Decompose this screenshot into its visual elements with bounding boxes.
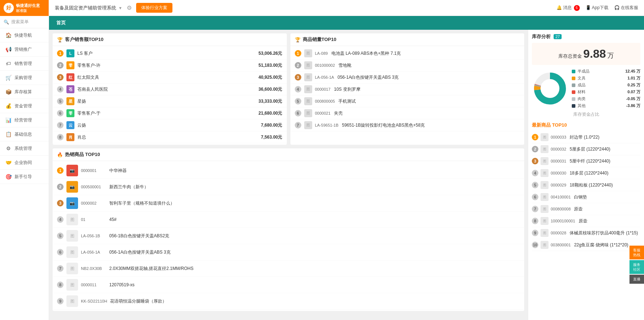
product-code: 0000001 xyxy=(81,168,106,173)
rank-num: 5 xyxy=(57,233,64,239)
nav-label-marketing: 营销推广 xyxy=(15,46,32,53)
try-industry-button[interactable]: 体验行业方案 xyxy=(136,3,172,13)
legend-color-dot xyxy=(572,77,575,80)
product-name: 手机测试 xyxy=(338,99,356,104)
logo-icon: 好 xyxy=(4,3,14,13)
product-name: 封边带 (1.0*22) xyxy=(570,135,599,140)
rank-num: 5 xyxy=(295,98,301,104)
product-name: 056-1A白色按键开关盖ABS 3克 xyxy=(338,75,399,80)
legend-value: 0.25 万 xyxy=(628,82,640,88)
system-title: 装备及固定资产辅助管理系统 ▼ xyxy=(55,5,122,11)
sidebar-item-marketing[interactable]: 📢营销推广 xyxy=(0,42,49,57)
sidebar-item-inventory[interactable]: 📦库存核算 xyxy=(0,85,49,99)
product-code: LA-056-1B xyxy=(81,234,106,238)
rank-num: 7 xyxy=(295,122,301,128)
product-thumb: 图 xyxy=(304,109,312,117)
inventory-total-value: 9.88 xyxy=(583,47,606,60)
service-hotline-button[interactable]: 客服 热线 xyxy=(629,246,644,259)
inventory-chart-note: 库存资金占比 xyxy=(532,111,640,118)
rank-num: 1 xyxy=(57,50,64,57)
service-community-button[interactable]: 服务 社区 xyxy=(629,260,644,274)
sidebar-item-finance[interactable]: 💰资金管理 xyxy=(0,99,49,113)
legend-item: 材料 0.07 万 xyxy=(572,89,640,95)
rank-num: 5 xyxy=(57,98,64,104)
product-name: 12070519-xs xyxy=(109,282,134,287)
product-info: 0000028 体械蔗枝味苏打饮品400毫升 (1*15) xyxy=(551,230,640,236)
customer-rank-list: 1 L LS 客户 53,006.26元 2 零 零售客户-许 51,183.0… xyxy=(53,46,287,145)
service-live-button[interactable]: 直播 xyxy=(629,275,644,284)
nav-icon-marketing: 📢 xyxy=(5,46,12,53)
sidebar-item-quick-nav[interactable]: 🏠快捷导航 xyxy=(0,28,49,42)
nav-icon-operation: 📊 xyxy=(5,117,12,123)
list-item: 4 图 0000030 18多层 (1220*2440) xyxy=(532,167,640,179)
product-info: 0000030 18多层 (1220*2440) xyxy=(551,170,640,176)
product-info: 004100001 白钢垫 xyxy=(551,194,640,200)
rank-num: 7 xyxy=(532,206,538,212)
legend-item: 成品 0.25 万 xyxy=(572,82,640,88)
product-code: LA-089 xyxy=(315,51,328,56)
product-name: 原壶 xyxy=(574,206,583,212)
product-thumbnail: 图 xyxy=(66,279,78,291)
product-thumb: 图 xyxy=(304,49,312,57)
product-info: 0000021 夹壳 xyxy=(315,110,520,116)
inventory-header: 库存分析 27 xyxy=(532,33,640,40)
legend-name: 其他 xyxy=(578,103,624,108)
nav-icon-collab: 🤝 xyxy=(5,159,12,166)
inventory-section: 库存分析 27 库存总资金 9.88 万 xyxy=(532,33,640,118)
product-name: 10S 变刹罗摩 xyxy=(334,87,360,92)
sidebar-item-operation[interactable]: 📊经营管理 xyxy=(0,113,49,127)
rank-num: 9 xyxy=(532,230,538,236)
product-name: 中华神器 xyxy=(109,168,127,174)
legend-item: 肉类 -0.05 万 xyxy=(572,96,640,102)
rank-num: 6 xyxy=(532,194,538,200)
product-thumbnail: 图 xyxy=(66,246,78,258)
customer-value: 7,680.00元 xyxy=(261,122,282,128)
product-code: 0000032 xyxy=(551,147,566,151)
online-service-area[interactable]: 🎧 在线客服 xyxy=(614,5,638,11)
nav-icon-finance: 💰 xyxy=(5,103,12,109)
sidebar-item-sales[interactable]: 🏷销售管理 xyxy=(0,57,49,71)
product-thumbnail: 图 xyxy=(541,181,549,189)
product-thumb: 图 xyxy=(304,61,312,69)
product-code: LA-056-1A xyxy=(315,75,334,79)
sidebar-item-purchase[interactable]: 🛒采购管理 xyxy=(0,71,49,85)
app-download-area[interactable]: 📱 App下载 xyxy=(586,5,608,11)
table-row: 3 图 LA-056-1A 056-1A白色按键开关盖ABS 3克 xyxy=(290,71,525,83)
table-row: 5 星 星扬 33,333.00元 xyxy=(53,95,287,107)
product-rank-box: 🏆 商品销量TOP10 1 图 LA-089 电池盖 LA-089 ABS本色+… xyxy=(290,33,525,145)
legend-color-dot xyxy=(572,104,575,108)
sidebar-item-collab[interactable]: 🤝企业协同 xyxy=(0,156,49,170)
product-info: 0000017 10S 变刹罗摩 xyxy=(315,86,520,93)
table-row: 8 肖 肖总 7,563.00元 xyxy=(53,131,287,143)
customer-name: 零售客户-许 xyxy=(77,62,256,69)
product-code: 000800005 xyxy=(315,99,335,103)
product-thumbnail: 图 xyxy=(541,241,549,249)
product-code: 10000100001 xyxy=(551,219,575,223)
product-thumbnail: 图 xyxy=(66,214,78,225)
notification-badge: 6 xyxy=(574,5,580,11)
tab-home[interactable]: 首页 xyxy=(49,16,644,30)
product-info: LA-59651-1B 59651-1B旋转投影灯电池盒ABS黑色+58克 xyxy=(315,122,520,128)
product-info: 0000032 5厘多层 (1220*2440) xyxy=(551,146,640,152)
customer-name: 星扬 xyxy=(77,98,256,104)
sidebar-item-guide[interactable]: 🎯新手引导 xyxy=(0,170,49,184)
sidebar-search[interactable]: 🔍 搜索菜单 xyxy=(0,16,49,28)
product-info: 10000100001 原壶 xyxy=(551,218,640,224)
notification-area[interactable]: 🔔 消息 6 xyxy=(557,5,580,11)
settings-icon[interactable]: ⚙ xyxy=(127,4,132,11)
dropdown-arrow-icon[interactable]: ▼ xyxy=(118,6,122,10)
product-info: 003800001 22g鱼豆腐·烧烤味 (1*12*20) xyxy=(551,242,640,248)
rank-num: 5 xyxy=(532,182,538,188)
product-name: 18多层 (1220*2440) xyxy=(570,171,608,176)
product-thumbnail: 📷 xyxy=(66,197,78,209)
product-code: 0000017 xyxy=(315,87,331,91)
sidebar-item-system[interactable]: ⚙系统管理 xyxy=(0,141,49,156)
rank-num: 4 xyxy=(532,170,538,176)
product-info: 0000033 封边带 (1.0*22) xyxy=(551,134,640,140)
table-row: 7 云 云扬 7,680.00元 xyxy=(53,119,287,131)
list-item: 8 图 0000011 12070519-xs xyxy=(53,277,524,293)
customer-value: 7,563.00元 xyxy=(261,134,282,140)
nav-label-finance: 资金管理 xyxy=(15,103,32,109)
rank-num: 4 xyxy=(295,86,301,93)
sidebar-item-base[interactable]: 📋基础信息 xyxy=(0,127,49,141)
